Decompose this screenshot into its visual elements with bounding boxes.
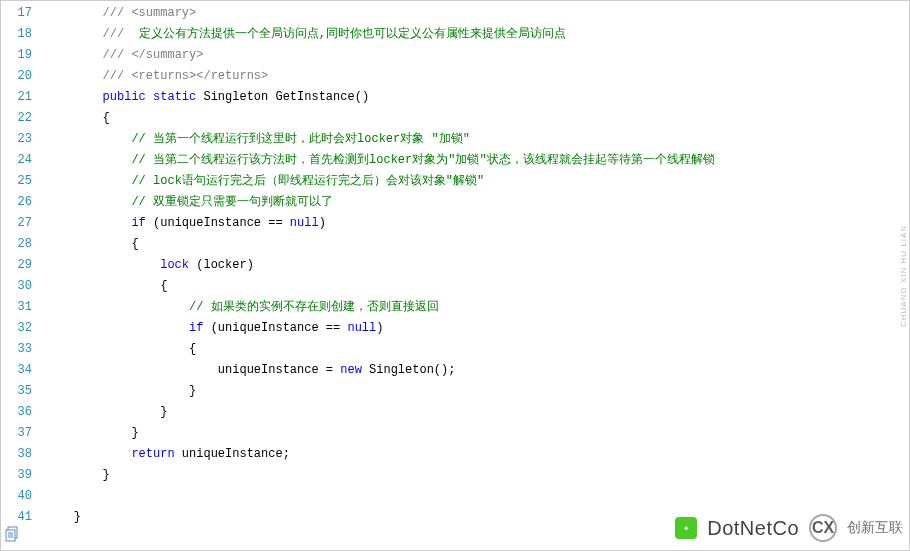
code-area[interactable]: /// <summary> /// 定义公有方法提供一个全局访问点,同时你也可以… xyxy=(39,1,909,550)
code-line: { xyxy=(45,108,909,129)
line-number: 25 xyxy=(1,171,38,192)
code-line: // lock语句运行完之后（即线程运行完之后）会对该对象"解锁" xyxy=(45,171,909,192)
line-number: 38 xyxy=(1,444,38,465)
line-number: 17 xyxy=(1,3,38,24)
line-number: 33 xyxy=(1,339,38,360)
brand-text: 创新互联 xyxy=(847,519,903,537)
line-number: 36 xyxy=(1,402,38,423)
code-line: } xyxy=(45,402,909,423)
code-line: lock (locker) xyxy=(45,255,909,276)
line-number: 21 xyxy=(1,87,38,108)
code-line: if (uniqueInstance == null) xyxy=(45,318,909,339)
code-line: public static Singleton GetInstance() xyxy=(45,87,909,108)
code-line: { xyxy=(45,234,909,255)
line-number: 22 xyxy=(1,108,38,129)
code-line: // 当第二个线程运行该方法时，首先检测到locker对象为"加锁"状态，该线程… xyxy=(45,150,909,171)
line-number: 29 xyxy=(1,255,38,276)
code-line: return uniqueInstance; xyxy=(45,444,909,465)
side-watermark-text: CHUANG XIN HU LIAN xyxy=(899,224,908,326)
code-line: /// <returns></returns> xyxy=(45,66,909,87)
code-line: uniqueInstance = new Singleton(); xyxy=(45,360,909,381)
code-line: } xyxy=(45,423,909,444)
line-number: 35 xyxy=(1,381,38,402)
line-number: 27 xyxy=(1,213,38,234)
code-line: if (uniqueInstance == null) xyxy=(45,213,909,234)
code-line: } xyxy=(45,465,909,486)
code-line: /// <summary> xyxy=(45,3,909,24)
line-number: 34 xyxy=(1,360,38,381)
line-number: 18 xyxy=(1,24,38,45)
line-number: 19 xyxy=(1,45,38,66)
line-number: 41 xyxy=(1,507,38,528)
code-line: { xyxy=(45,276,909,297)
code-line: // 当第一个线程运行到这里时，此时会对locker对象 "加锁" xyxy=(45,129,909,150)
line-number: 40 xyxy=(1,486,38,507)
line-number: 32 xyxy=(1,318,38,339)
line-number: 37 xyxy=(1,423,38,444)
watermark-overlay: ✦ DotNetCo CX 创新互联 xyxy=(675,514,903,542)
line-number: 20 xyxy=(1,66,38,87)
line-number: 23 xyxy=(1,129,38,150)
line-number: 24 xyxy=(1,150,38,171)
line-number: 39 xyxy=(1,465,38,486)
code-line: /// 定义公有方法提供一个全局访问点,同时你也可以定义公有属性来提供全局访问点 xyxy=(45,24,909,45)
line-number: 28 xyxy=(1,234,38,255)
copy-icon[interactable] xyxy=(5,526,21,542)
editor-toolbar xyxy=(5,526,21,546)
line-number: 30 xyxy=(1,276,38,297)
code-line: /// </summary> xyxy=(45,45,909,66)
code-line: // 双重锁定只需要一句判断就可以了 xyxy=(45,192,909,213)
wechat-icon: ✦ xyxy=(675,517,697,539)
code-line: // 如果类的实例不存在则创建，否则直接返回 xyxy=(45,297,909,318)
line-number: 31 xyxy=(1,297,38,318)
code-line xyxy=(45,486,909,507)
line-number: 26 xyxy=(1,192,38,213)
code-editor: 1718192021222324252627282930313233343536… xyxy=(1,1,909,550)
watermark-source-text: DotNetCo xyxy=(707,517,799,540)
line-number-gutter: 1718192021222324252627282930313233343536… xyxy=(1,1,39,550)
code-line: { xyxy=(45,339,909,360)
brand-logo-icon: CX xyxy=(809,514,837,542)
code-line: } xyxy=(45,381,909,402)
